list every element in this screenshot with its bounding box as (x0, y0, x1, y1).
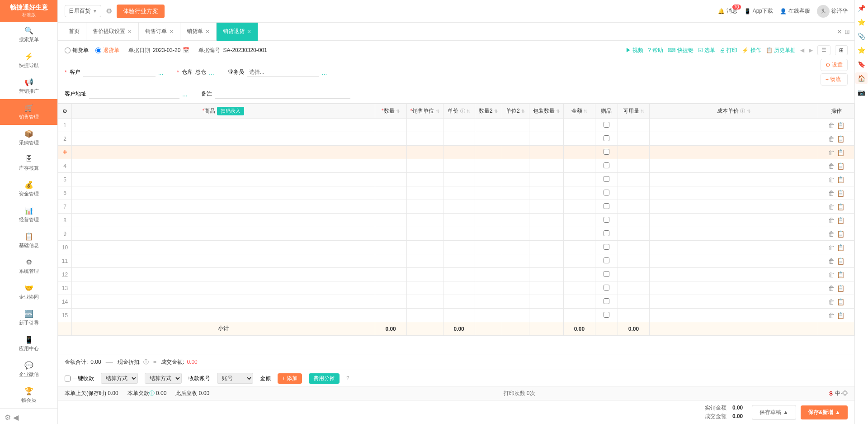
view-grid-btn[interactable]: ⊞ (835, 45, 848, 55)
copy-icon[interactable]: 📋 (837, 244, 844, 251)
address-input[interactable] (89, 89, 179, 99)
cost-price-cell[interactable] (649, 132, 818, 146)
salesperson-input[interactable] (247, 67, 319, 77)
available-cell[interactable] (618, 173, 649, 186)
right-sidebar-icon-2[interactable]: ⭐ (855, 16, 868, 28)
qty2-cell[interactable] (475, 254, 502, 268)
right-sidebar-icon-4[interactable]: ⭐ (855, 44, 868, 56)
delete-icon[interactable]: 🗑 (828, 162, 835, 170)
product-cell[interactable] (72, 241, 375, 254)
available-cell[interactable] (618, 132, 649, 146)
qty2-cell[interactable] (475, 268, 502, 281)
online-service-item[interactable]: 👤 在线客服 (780, 7, 810, 15)
unit2-cell[interactable] (502, 119, 529, 132)
logistics-btn[interactable]: + 物流 (821, 73, 848, 86)
copy-icon[interactable]: 📋 (837, 190, 844, 197)
unit2-cell[interactable] (502, 241, 529, 254)
cost-price-cell[interactable] (649, 227, 818, 241)
close-tab-sales-return-icon[interactable]: ✕ (247, 29, 251, 35)
quantity-cell[interactable] (375, 309, 406, 322)
tool-select[interactable]: ☑ 选单 (698, 47, 715, 54)
gift-cell[interactable] (595, 268, 618, 281)
tab-home[interactable]: 首页 (62, 23, 86, 41)
cost-help-icon[interactable]: ⓘ (740, 108, 745, 114)
right-sidebar-icon-7[interactable]: 📷 (855, 86, 868, 98)
unit-cell[interactable] (406, 173, 443, 186)
quantity-cell[interactable] (375, 214, 406, 227)
qty2-cell[interactable] (475, 146, 502, 159)
qty2-cell[interactable] (475, 186, 502, 200)
amount-cell[interactable] (563, 254, 595, 268)
sort-quantity-icon[interactable]: ⇅ (396, 109, 400, 114)
calc-method-select[interactable]: 结算方式 (145, 373, 182, 384)
sidebar-item-operations[interactable]: 📊 经营管理 (0, 202, 57, 228)
pack-qty-cell[interactable] (529, 132, 563, 146)
gift-cell[interactable] (595, 132, 618, 146)
tool-help[interactable]: ? 帮助 (648, 47, 663, 54)
sidebar-item-apps[interactable]: 📱 应用中心 (0, 331, 57, 357)
calendar-icon[interactable]: 📅 (183, 47, 189, 53)
gift-cell[interactable] (595, 309, 618, 322)
cost-price-cell[interactable] (649, 268, 818, 281)
quantity-cell[interactable] (375, 281, 406, 295)
cost-price-cell[interactable] (649, 146, 818, 159)
address-select-btn[interactable]: ... (182, 91, 188, 98)
gift-checkbox[interactable] (604, 244, 609, 250)
product-cell[interactable] (72, 214, 375, 227)
right-sidebar-icon-3[interactable]: 📎 (855, 30, 868, 42)
gift-checkbox[interactable] (604, 312, 609, 318)
available-cell[interactable] (618, 227, 649, 241)
sort-unit2-icon[interactable]: ⇅ (521, 109, 525, 114)
price-cell[interactable] (443, 241, 475, 254)
unit-cell[interactable] (406, 227, 443, 241)
pack-qty-cell[interactable] (529, 254, 563, 268)
unit2-cell[interactable] (502, 159, 529, 173)
cost-price-cell[interactable] (649, 119, 818, 132)
price-cell[interactable] (443, 295, 475, 309)
amount-cell[interactable] (563, 159, 595, 173)
gift-checkbox[interactable] (604, 298, 609, 304)
copy-icon[interactable]: 📋 (837, 217, 844, 224)
product-cell[interactable] (72, 309, 375, 322)
sidebar-item-purchase[interactable]: 📦 采购管理 (0, 125, 57, 151)
sort-amount-icon[interactable]: ⇅ (584, 109, 587, 114)
delete-icon[interactable]: 🗑 (828, 271, 835, 278)
collapse-icon[interactable]: ◀ (13, 413, 19, 422)
price-cell[interactable] (443, 132, 475, 146)
sidebar-item-finance[interactable]: 💰 资金管理 (0, 176, 57, 202)
copy-icon[interactable]: 📋 (837, 176, 844, 183)
sidebar-item-marketing[interactable]: 📢 营销推广 (0, 73, 57, 99)
unit-cell[interactable] (406, 295, 443, 309)
amount-cell[interactable] (563, 241, 595, 254)
add-row-icon[interactable]: + (62, 148, 67, 157)
sort-qty2-icon[interactable]: ⇅ (494, 109, 498, 114)
nav-prev-icon[interactable]: ◀ (800, 47, 804, 53)
quantity-cell[interactable] (375, 146, 406, 159)
amount-cell[interactable] (563, 200, 595, 214)
sidebar-item-wechat[interactable]: 💬 企业微信 (0, 357, 57, 382)
available-cell[interactable] (618, 268, 649, 281)
gift-cell[interactable] (595, 159, 618, 173)
settings-icon[interactable]: ⚙ (5, 413, 11, 422)
save-new-btn[interactable]: 保存&新增 ▲ (801, 405, 848, 419)
discount-help-icon[interactable]: ⓘ (143, 358, 149, 366)
gift-cell[interactable] (595, 146, 618, 159)
quantity-cell[interactable] (375, 119, 406, 132)
gift-cell[interactable] (595, 241, 618, 254)
fee-split-btn[interactable]: 费用分摊 (309, 373, 340, 384)
app-download-item[interactable]: 📱 App下载 (744, 7, 773, 15)
quantity-cell[interactable] (375, 173, 406, 186)
available-cell[interactable] (618, 295, 649, 309)
amount-cell[interactable] (563, 132, 595, 146)
available-cell[interactable] (618, 186, 649, 200)
unit2-cell[interactable] (502, 173, 529, 186)
pack-qty-cell[interactable] (529, 159, 563, 173)
sort-cost-icon[interactable]: ⇅ (747, 109, 750, 114)
gift-checkbox[interactable] (604, 230, 609, 236)
tab-sales-order[interactable]: 销售订单 ✕ (139, 23, 180, 41)
sidebar-item-guide[interactable]: 🆕 新手引导 (0, 305, 57, 331)
unit2-cell[interactable] (502, 309, 529, 322)
quantity-cell[interactable] (375, 159, 406, 173)
sidebar-item-quick-nav[interactable]: ⚡ 快捷导航 (0, 48, 57, 73)
customer-input[interactable] (83, 67, 156, 77)
